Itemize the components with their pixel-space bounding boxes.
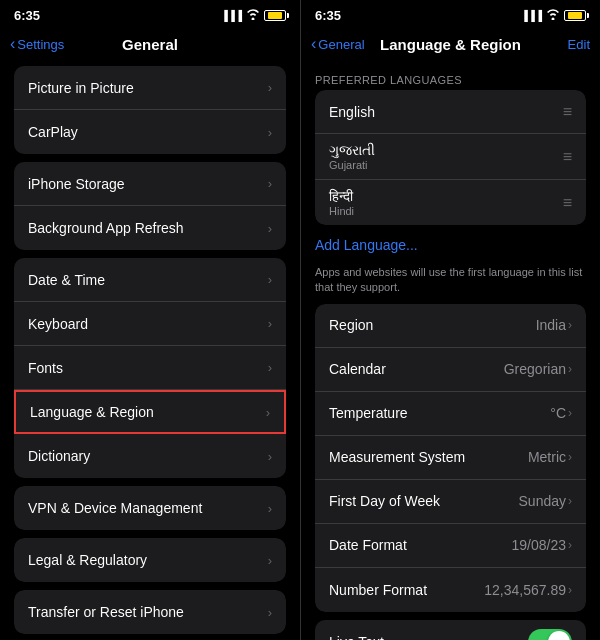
region-cell-calendar[interactable]: Calendar Gregorian › [315, 348, 586, 392]
lang-info-hindi: हिन्दी Hindi [329, 188, 354, 217]
battery-icon-right [564, 10, 586, 21]
settings-cell-date-time[interactable]: Date & Time › [14, 258, 286, 302]
reorder-icon-english[interactable]: ≡ [563, 103, 572, 121]
left-panel: 6:35 ▐▐▐ ‹ Settings General Picture in P… [0, 0, 300, 640]
lang-info-gujarati: ગુજરાતી Gujarati [329, 142, 375, 171]
settings-cell-transfer-reset[interactable]: Transfer or Reset iPhone › [14, 590, 286, 634]
status-icons-left: ▐▐▐ [221, 9, 286, 22]
lang-cell-hindi[interactable]: हिन्दी Hindi ≡ [315, 180, 586, 225]
cell-right: › [268, 176, 272, 191]
region-cell-number-format[interactable]: Number Format 12,34,567.89 › [315, 568, 586, 612]
settings-cell-iphone-storage[interactable]: iPhone Storage › [14, 162, 286, 206]
cell-right: › [268, 125, 272, 140]
region-value: India › [536, 317, 572, 333]
cell-label: Fonts [28, 360, 63, 376]
back-chevron-left: ‹ [10, 36, 15, 52]
cell-right: › [268, 360, 272, 375]
right-panel: 6:35 ▐▐▐ ‹ General Language & Region Edi… [300, 0, 600, 640]
edit-button[interactable]: Edit [568, 37, 590, 52]
back-button-left[interactable]: ‹ Settings [10, 37, 64, 52]
nav-bar-right: ‹ General Language & Region Edit [301, 28, 600, 66]
language-region-content: PREFERRED LANGUAGES English ≡ ગુજરાતી Gu… [301, 66, 600, 640]
chevron-icon: › [568, 450, 572, 464]
settings-cell-carplay[interactable]: CarPlay › [14, 110, 286, 154]
nav-title-left: General [122, 36, 178, 53]
time-right: 6:35 [315, 8, 341, 23]
back-label-right: General [318, 37, 364, 52]
chevron-icon: › [268, 176, 272, 191]
cell-right: › [268, 449, 272, 464]
cell-right: › [268, 221, 272, 236]
region-cell-first-day[interactable]: First Day of Week Sunday › [315, 480, 586, 524]
back-chevron-right: ‹ [311, 36, 316, 52]
chevron-icon: › [568, 318, 572, 332]
settings-cell-legal[interactable]: Legal & Regulatory › [14, 538, 286, 582]
back-button-right[interactable]: ‹ General [311, 37, 365, 52]
time-left: 6:35 [14, 8, 40, 23]
settings-cell-background-app-refresh[interactable]: Background App Refresh › [14, 206, 286, 250]
languages-group: English ≡ ગુજરાતી Gujarati ≡ हिन्दी Hind… [315, 90, 586, 225]
cell-label: VPN & Device Management [28, 500, 202, 516]
back-label-left: Settings [17, 37, 64, 52]
cell-label: Legal & Regulatory [28, 552, 147, 568]
wifi-icon [246, 9, 260, 22]
status-bar-right: 6:35 ▐▐▐ [301, 0, 600, 28]
nav-title-right: Language & Region [380, 36, 521, 53]
live-text-cell[interactable]: Live Text [315, 620, 586, 640]
date-format-value: 19/08/23 › [512, 537, 573, 553]
live-text-group: Live Text [315, 620, 586, 640]
settings-cell-vpn[interactable]: VPN & Device Management › [14, 486, 286, 530]
cell-right: › [268, 553, 272, 568]
cell-label: Date & Time [28, 272, 105, 288]
region-cell-measurement[interactable]: Measurement System Metric › [315, 436, 586, 480]
cell-label: Keyboard [28, 316, 88, 332]
region-cell-region[interactable]: Region India › [315, 304, 586, 348]
chevron-icon: › [568, 406, 572, 420]
chevron-icon: › [268, 125, 272, 140]
first-day-value: Sunday › [519, 493, 572, 509]
cell-label: iPhone Storage [28, 176, 125, 192]
settings-cell-language-region[interactable]: Language & Region › [14, 390, 286, 434]
chevron-icon: › [268, 360, 272, 375]
settings-cell-fonts[interactable]: Fonts › [14, 346, 286, 390]
wifi-icon-right [546, 9, 560, 22]
battery-icon-left [264, 10, 286, 21]
settings-group-2: iPhone Storage › Background App Refresh … [14, 162, 286, 250]
settings-cell-picture-in-picture[interactable]: Picture in Picture › [14, 66, 286, 110]
chevron-icon: › [568, 583, 572, 597]
settings-cell-dictionary[interactable]: Dictionary › [14, 434, 286, 478]
number-format-value: 12,34,567.89 › [484, 582, 572, 598]
cell-label: Language & Region [30, 404, 154, 420]
cell-label: Dictionary [28, 448, 90, 464]
region-cell-temperature[interactable]: Temperature °C › [315, 392, 586, 436]
language-info-text: Apps and websites will use the first lan… [301, 261, 600, 304]
reorder-icon-gujarati[interactable]: ≡ [563, 148, 572, 166]
cell-right: › [268, 605, 272, 620]
chevron-icon: › [268, 553, 272, 568]
cell-right: › [266, 405, 270, 420]
settings-group-3: Date & Time › Keyboard › Fonts › Languag… [14, 258, 286, 478]
status-icons-right: ▐▐▐ [521, 9, 586, 22]
cell-right: › [268, 316, 272, 331]
add-language-button[interactable]: Add Language... [301, 229, 600, 261]
signal-icon-right: ▐▐▐ [521, 10, 542, 21]
reorder-icon-hindi[interactable]: ≡ [563, 194, 572, 212]
measurement-value: Metric › [528, 449, 572, 465]
chevron-icon: › [268, 272, 272, 287]
lang-cell-english[interactable]: English ≡ [315, 90, 586, 134]
chevron-icon: › [266, 405, 270, 420]
settings-cell-keyboard[interactable]: Keyboard › [14, 302, 286, 346]
status-bar-left: 6:35 ▐▐▐ [0, 0, 300, 28]
chevron-icon: › [268, 316, 272, 331]
region-cell-date-format[interactable]: Date Format 19/08/23 › [315, 524, 586, 568]
chevron-icon: › [268, 605, 272, 620]
live-text-toggle[interactable] [528, 629, 572, 640]
cell-right: › [268, 80, 272, 95]
lang-cell-gujarati[interactable]: ગુજરાતી Gujarati ≡ [315, 134, 586, 180]
chevron-icon: › [568, 538, 572, 552]
settings-group-6: Transfer or Reset iPhone › [14, 590, 286, 634]
preferred-languages-label: PREFERRED LANGUAGES [301, 66, 600, 90]
signal-icon: ▐▐▐ [221, 10, 242, 21]
battery-fill-left [268, 12, 282, 19]
settings-list: Picture in Picture › CarPlay › iPhone St… [0, 66, 300, 640]
